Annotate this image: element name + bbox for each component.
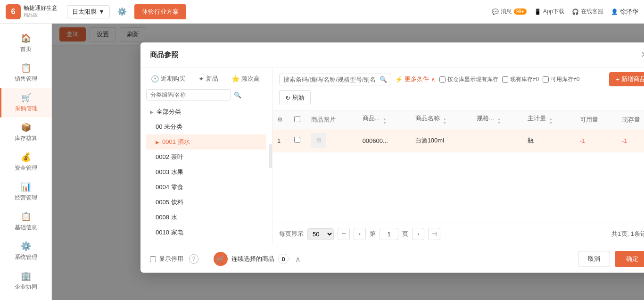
cat-item-0008[interactable]: 0008 水 xyxy=(146,210,266,225)
store-selector[interactable]: 日太阳膜 ▼ xyxy=(67,5,110,18)
add-product-btn[interactable]: + 新增商品 xyxy=(609,72,644,86)
business-icon: 📊 xyxy=(21,182,31,192)
sidebar-item-basics[interactable]: 📋 基础信息 xyxy=(0,207,51,236)
help-icon[interactable]: ? xyxy=(189,254,198,264)
product-modal: 商品参照 ✕ 🕐 近期购买 ✦ 新品 xyxy=(140,42,644,273)
cat-tab-new[interactable]: ✦ 新品 xyxy=(194,72,223,85)
purchase-icon: 🛒 xyxy=(21,92,32,103)
cat-tab-recent-label: 近期购买 xyxy=(161,75,185,83)
category-collapse-btn[interactable]: 《 xyxy=(269,144,272,168)
expand-icon-all: ▶ xyxy=(150,109,154,115)
th-spec-label: 规格... xyxy=(477,115,494,122)
checkbox-available[interactable]: 可用库存≠0 xyxy=(543,75,579,83)
cart-icon-btn[interactable]: 🛒 xyxy=(214,252,228,266)
checkbox-available-label: 可用库存≠0 xyxy=(551,75,579,83)
sidebar-label-business: 经营管理 xyxy=(15,194,37,202)
cat-item-0003[interactable]: 0003 水果 xyxy=(146,165,266,180)
footer-actions: 取消 确定 xyxy=(578,251,644,267)
logo-icon: 6 xyxy=(6,4,21,19)
category-search-input[interactable] xyxy=(146,89,231,100)
refresh-product-btn[interactable]: ↻ 刷新 xyxy=(279,90,311,105)
select-all-checkbox[interactable] xyxy=(294,116,300,122)
row-check xyxy=(289,129,306,152)
filter-more-label: 更多条件 xyxy=(405,75,429,83)
trial-btn[interactable]: 体验行业方案 xyxy=(134,4,186,19)
cat-item-0002[interactable]: 0002 茶叶 xyxy=(146,150,266,165)
sidebar-item-business[interactable]: 📊 经营管理 xyxy=(0,177,51,207)
settings-icon[interactable]: ⚙️ xyxy=(115,4,130,19)
th-code-label: 商品... xyxy=(363,115,380,122)
page-unit-label: 页 xyxy=(402,230,408,238)
cat-label-00: 00 未分类 xyxy=(156,123,182,131)
prev-page-btn[interactable]: ‹ xyxy=(354,228,366,240)
chevron-up-icon: ∧ xyxy=(431,76,436,83)
sidebar-item-corp[interactable]: 🏢 企业协同 xyxy=(0,266,51,296)
confirm-btn[interactable]: 确定 xyxy=(615,251,644,267)
user-avatar[interactable]: 👤 徐泽华 xyxy=(611,8,638,16)
sort-code-icon[interactable]: ▲▼ xyxy=(383,117,387,125)
cat-label-0004: 0004 零食 xyxy=(156,183,183,192)
service-btn[interactable]: 🎧 在线客服 xyxy=(572,8,603,16)
th-name: 商品名称 ▲▼ xyxy=(411,110,472,129)
cart-collapse-icon[interactable]: ∧ xyxy=(295,255,301,264)
cat-item-00[interactable]: 00 未分类 xyxy=(146,119,266,134)
row-checkbox[interactable] xyxy=(294,137,300,143)
first-page-btn[interactable]: ⊢ xyxy=(338,228,350,240)
search-icon[interactable]: 🔍 xyxy=(380,76,387,83)
refresh-label: 刷新 xyxy=(292,93,305,102)
table-settings-icon[interactable]: ⚙ xyxy=(277,116,283,123)
checkbox-by-warehouse[interactable]: 按仓库显示现有库存 xyxy=(439,75,498,83)
checkbox-existing[interactable]: 现有库存≠0 xyxy=(502,75,539,83)
row-name: 白酒100ml xyxy=(411,129,472,152)
app-label: App下载 xyxy=(543,8,564,16)
dropdown-icon: ▼ xyxy=(99,8,105,15)
sort-name-icon[interactable]: ▲▼ xyxy=(443,117,446,125)
product-search-input[interactable] xyxy=(283,76,378,83)
product-table: ⚙ 商品图片 商品... xyxy=(272,110,644,152)
cat-label-all: 全部分类 xyxy=(157,108,181,116)
per-page-select[interactable]: 50 10 20 100 xyxy=(307,228,334,240)
cat-tab-frequent[interactable]: ⭐ 频次高 xyxy=(227,72,264,85)
show-disabled-checkbox[interactable]: 显示停用 xyxy=(150,255,183,263)
sidebar-item-sales[interactable]: 📋 销售管理 xyxy=(0,58,51,88)
page-number-input[interactable] xyxy=(380,228,398,240)
category-search-icon[interactable]: 🔍 xyxy=(234,92,241,99)
table-row[interactable]: 1 图 000600... xyxy=(272,129,644,152)
sidebar-item-guide[interactable]: 🎯 新手引导 xyxy=(0,296,51,300)
category-search-box: 🔍 xyxy=(140,89,272,104)
next-page-btn[interactable]: › xyxy=(412,228,424,240)
cat-item-0001[interactable]: ▶ 0001 酒水 xyxy=(146,134,266,150)
sidebar-item-home[interactable]: 🏠 首页 xyxy=(0,28,51,58)
filter-more-btn[interactable]: ⚡ 更多条件 ∧ xyxy=(395,75,436,83)
sidebar-item-system[interactable]: ⚙️ 系统管理 xyxy=(0,236,51,266)
sort-spec-icon[interactable]: ▲▼ xyxy=(497,117,501,125)
checkbox-existing-label: 现有库存≠0 xyxy=(510,75,539,83)
cat-item-all[interactable]: ▶ 全部分类 xyxy=(146,104,266,119)
cat-label-0001: 0001 酒水 xyxy=(162,138,190,146)
recent-icon: 🕐 xyxy=(151,75,159,83)
cat-item-0004[interactable]: 0004 零食 xyxy=(146,180,266,195)
page-label: 第 xyxy=(370,230,376,238)
footer-cart: 🛒 连续选择的商品 0 ∧ xyxy=(214,252,301,266)
sidebar-item-inventory[interactable]: 📦 库存核算 xyxy=(0,117,51,147)
sort-unit-icon[interactable]: ▲▼ xyxy=(549,117,553,125)
user-name: 徐泽华 xyxy=(620,8,638,16)
inventory-icon: 📦 xyxy=(21,122,31,133)
logo-title: 畅捷通好生意 xyxy=(24,5,58,12)
cart-icon: 🛒 xyxy=(216,255,225,264)
cat-item-0010[interactable]: 0010 家电 xyxy=(146,225,266,240)
cat-item-0005[interactable]: 0005 饮料 xyxy=(146,195,266,210)
sidebar-item-finance[interactable]: 💰 资金管理 xyxy=(0,147,51,177)
app-download-btn[interactable]: 📱 App下载 xyxy=(534,8,564,16)
th-unit-label: 主计量 xyxy=(528,115,546,122)
message-btn[interactable]: 💬 消息 99+ xyxy=(492,8,527,16)
th-settings: ⚙ xyxy=(272,110,289,129)
modal-close-btn[interactable]: ✕ xyxy=(638,49,644,60)
sidebar-item-purchase[interactable]: 🛒 采购管理 xyxy=(0,88,51,117)
last-page-btn[interactable]: ⊣ xyxy=(428,228,440,240)
cat-tab-recent[interactable]: 🕐 近期购买 xyxy=(146,72,190,85)
expand-icon-0001: ▶ xyxy=(156,140,159,145)
collapse-icon: 《 xyxy=(271,153,272,159)
cat-tab-frequent-label: 频次高 xyxy=(241,75,260,83)
cancel-btn[interactable]: 取消 xyxy=(578,251,610,267)
